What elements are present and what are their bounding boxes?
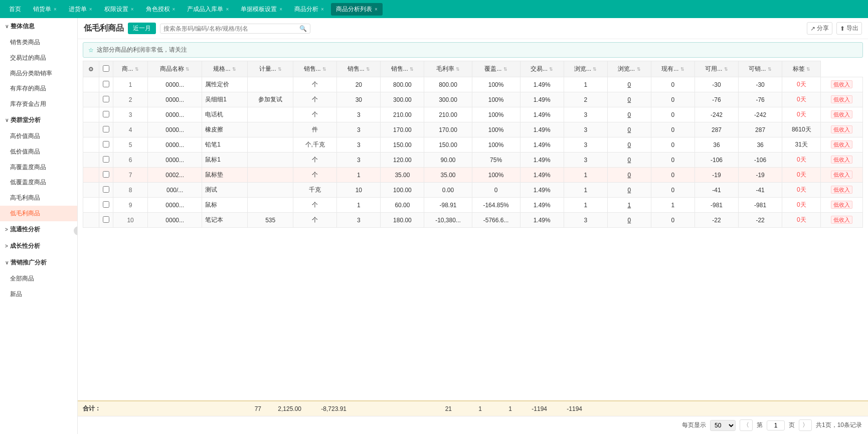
- browse1-link[interactable]: 0: [628, 187, 631, 194]
- next-page-button[interactable]: 〉: [799, 419, 812, 431]
- sort-icon[interactable]: ⇅: [503, 67, 507, 72]
- sidebar-item-stock-capital[interactable]: 库存资金占用: [0, 96, 77, 112]
- row-browse1[interactable]: 0: [607, 107, 651, 122]
- row-checkbox[interactable]: [99, 153, 113, 168]
- row-browse1[interactable]: 0: [607, 153, 651, 168]
- browse1-link[interactable]: 0: [628, 126, 631, 133]
- select-all-checkbox[interactable]: [103, 65, 109, 72]
- browse1-link[interactable]: 1: [628, 202, 631, 209]
- browse1-link[interactable]: 0: [628, 141, 631, 149]
- row-browse1[interactable]: 0: [607, 168, 651, 183]
- close-icon[interactable]: ×: [172, 7, 176, 12]
- row-browse1[interactable]: 0: [607, 77, 651, 92]
- row-checkbox[interactable]: [99, 168, 113, 183]
- row-browse1[interactable]: 0: [607, 137, 651, 153]
- row-checkbox[interactable]: [99, 183, 113, 198]
- browse1-link[interactable]: 0: [628, 172, 631, 179]
- sidebar-section-cluster[interactable]: ∨ 类群堂分析: [0, 112, 77, 128]
- sidebar-item-low-value[interactable]: 低价值商品: [0, 144, 77, 160]
- sidebar-item-sales-products[interactable]: 销售类商品: [0, 35, 77, 50]
- sidebar-item-all-products[interactable]: 全部商品: [0, 271, 77, 286]
- sort-icon[interactable]: ⇅: [680, 67, 684, 72]
- sort-icon[interactable]: ⇅: [135, 67, 139, 72]
- sort-icon[interactable]: ⇅: [232, 67, 236, 72]
- sidebar-section-overview[interactable]: ∨ 整体信息: [0, 18, 77, 35]
- sidebar-item-low-margin[interactable]: 低毛利商品: [0, 206, 77, 221]
- sidebar-item-stock-products[interactable]: 有库存的商品: [0, 81, 77, 96]
- row-checkbox[interactable]: [99, 77, 113, 92]
- row-name[interactable]: 电话机: [202, 107, 248, 122]
- browse1-link[interactable]: 0: [628, 217, 631, 224]
- sidebar-item-high-margin[interactable]: 高毛利商品: [0, 190, 77, 206]
- row-checkbox[interactable]: [99, 213, 113, 228]
- row-browse1[interactable]: 0: [607, 92, 651, 107]
- sort-icon[interactable]: ⇅: [410, 67, 414, 72]
- nav-template-setting[interactable]: 单据模板设置 ×: [236, 3, 287, 16]
- col-settings[interactable]: ⚙: [83, 61, 99, 77]
- share-button[interactable]: ↗ 分享: [807, 22, 832, 35]
- row-checkbox[interactable]: [99, 122, 113, 137]
- sort-icon[interactable]: ⇅: [322, 67, 326, 72]
- export-button[interactable]: ⬆ 导出: [836, 22, 862, 35]
- nav-product-analysis[interactable]: 商品分析 ×: [289, 3, 329, 16]
- row-checkbox[interactable]: [99, 92, 113, 107]
- per-page-select[interactable]: 50 100: [710, 420, 736, 431]
- close-icon[interactable]: ×: [131, 7, 134, 12]
- row-browse1[interactable]: 0: [607, 122, 651, 137]
- sidebar-item-high-value[interactable]: 高价值商品: [0, 128, 77, 144]
- nav-role-auth[interactable]: 角色授权 ×: [141, 3, 181, 16]
- browse1-link[interactable]: 0: [628, 81, 631, 88]
- row-name[interactable]: 吴细细1: [202, 92, 248, 107]
- filter-recent-month-button[interactable]: 近一月: [128, 23, 156, 34]
- sort-icon[interactable]: ⇅: [593, 67, 597, 72]
- sort-icon[interactable]: ⇅: [549, 67, 553, 72]
- sort-icon[interactable]: ⇅: [278, 67, 282, 72]
- sidebar-item-new-products[interactable]: 新品: [0, 286, 77, 302]
- sidebar-item-traded-products[interactable]: 交易过的商品: [0, 50, 77, 66]
- search-icon[interactable]: 🔍: [299, 25, 307, 32]
- browse1-link[interactable]: 0: [628, 157, 631, 164]
- nav-product-analysis-list[interactable]: 商品分析列表 ×: [331, 3, 383, 16]
- browse1-link[interactable]: 0: [628, 111, 631, 118]
- close-icon[interactable]: ×: [279, 7, 282, 12]
- search-input[interactable]: [163, 25, 299, 32]
- row-name[interactable]: 橡皮擦: [202, 122, 248, 137]
- sidebar-section-marketing[interactable]: ∨ 营销推广分析: [0, 254, 77, 271]
- sidebar-item-high-coverage[interactable]: 高覆盖度商品: [0, 160, 77, 175]
- row-name[interactable]: 测试: [202, 183, 248, 198]
- row-name[interactable]: 鼠标垫: [202, 168, 248, 183]
- sidebar-item-category-rate[interactable]: 商品分类助销率: [0, 66, 77, 81]
- row-name[interactable]: 笔记本: [202, 213, 248, 228]
- sort-icon[interactable]: ⇅: [366, 67, 370, 72]
- sort-icon[interactable]: ⇅: [637, 67, 641, 72]
- row-browse1[interactable]: 0: [607, 213, 651, 228]
- sort-icon[interactable]: ⇅: [806, 67, 810, 72]
- close-icon[interactable]: ×: [54, 7, 57, 12]
- nav-purchase-order[interactable]: 进货单 ×: [64, 3, 97, 16]
- nav-permission[interactable]: 权限设置 ×: [99, 3, 139, 16]
- row-name[interactable]: 属性定价: [202, 77, 248, 92]
- nav-sales-order[interactable]: 销货单 ×: [28, 3, 62, 16]
- browse1-link[interactable]: 0: [628, 96, 631, 103]
- row-browse1[interactable]: 1: [607, 198, 651, 213]
- prev-page-button[interactable]: 〈: [740, 419, 753, 431]
- close-icon[interactable]: ×: [89, 7, 92, 12]
- sort-icon[interactable]: ⇅: [724, 67, 728, 72]
- row-browse1[interactable]: 0: [607, 183, 651, 198]
- sort-icon[interactable]: ⇅: [456, 67, 460, 72]
- close-icon[interactable]: ×: [375, 7, 378, 12]
- close-icon[interactable]: ×: [226, 7, 229, 12]
- row-name[interactable]: 鼠标1: [202, 153, 248, 168]
- sort-icon[interactable]: ⇅: [186, 67, 190, 72]
- row-name[interactable]: 铅笔1: [202, 137, 248, 153]
- row-checkbox[interactable]: [99, 198, 113, 213]
- nav-product-entry[interactable]: 产成品入库单 ×: [182, 3, 234, 16]
- sidebar-section-growth[interactable]: > 成长性分析: [0, 238, 77, 254]
- page-number-input[interactable]: [767, 420, 785, 430]
- sidebar-item-low-coverage[interactable]: 低覆盖度商品: [0, 175, 77, 190]
- close-icon[interactable]: ×: [321, 7, 324, 12]
- sort-icon[interactable]: ⇅: [768, 67, 772, 72]
- row-checkbox[interactable]: [99, 107, 113, 122]
- row-checkbox[interactable]: [99, 137, 113, 153]
- row-name[interactable]: 鼠标: [202, 198, 248, 213]
